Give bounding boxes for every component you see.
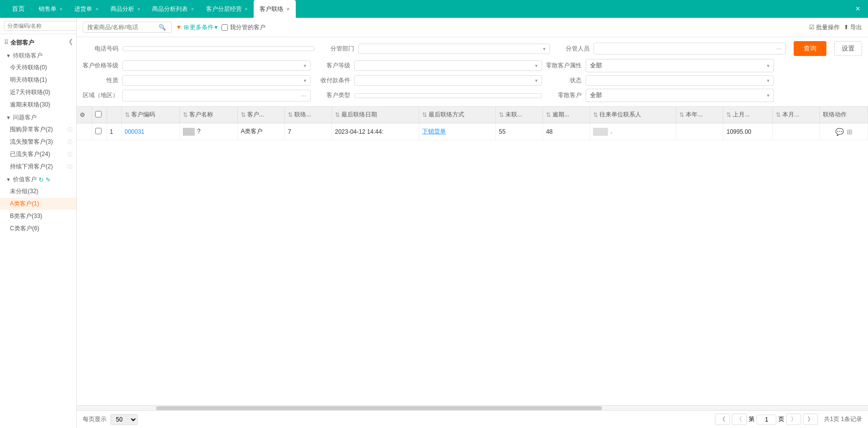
last-method-link[interactable]: 下销货单 xyxy=(422,128,446,135)
row-last-date: 2023-04-12 14:44: xyxy=(331,123,419,140)
close-purchase-tab[interactable]: × xyxy=(95,6,98,12)
row-last-method[interactable]: 下销货单 xyxy=(419,123,495,140)
col-type-sort-icon: ⇅ xyxy=(241,111,246,118)
sidebar-item-tomorrow[interactable]: 明天待联络(1) xyxy=(0,74,76,86)
filter-dept-select[interactable]: ▾ xyxy=(358,44,550,54)
value-edit-icon[interactable]: ✎ xyxy=(46,176,51,183)
col-last-date[interactable]: ⇅ 最后联络日期 xyxy=(331,107,419,123)
batch-op-btn[interactable]: ☑ 批量操作 xyxy=(809,23,840,32)
filter-payment-select[interactable]: ▾ xyxy=(354,75,542,86)
filter-nature-select[interactable]: ▾ xyxy=(122,75,311,86)
my-customer-checkbox[interactable] xyxy=(221,24,228,31)
sidebar-item-overdue[interactable]: 逾期未联络(30) xyxy=(0,99,76,111)
filter-status-select[interactable]: ▾ xyxy=(586,75,774,86)
col-this-year[interactable]: ⇅ 本年... xyxy=(676,107,723,123)
nav-tab-customer-contact[interactable]: 客户联络 × xyxy=(254,0,295,18)
more-conditions-btn[interactable]: ▼ ⊞ 更多条件 ▾ xyxy=(176,23,217,32)
sidebar-search-input[interactable] xyxy=(4,21,77,31)
filter-status: 状态 ▾ xyxy=(546,75,774,86)
sidebar-item-hoarding[interactable]: 囤购异常客户(2) ⓘ xyxy=(0,123,76,136)
sidebar-item-churn-warning[interactable]: 流失预警客户(3) ⓘ xyxy=(0,136,76,148)
row-contact-count: 7 xyxy=(284,123,331,140)
export-btn[interactable]: ⬆ 导出 xyxy=(844,23,862,32)
col-last-month[interactable]: ⇅ 上月... xyxy=(723,107,773,123)
col-unit-contact[interactable]: ⇅ 往来单位联系人 xyxy=(590,107,676,123)
select-all-checkbox[interactable] xyxy=(95,111,102,117)
next-page-btn[interactable]: 〉 xyxy=(786,414,801,425)
filter-price-level-label: 客户价格等级 xyxy=(83,61,122,70)
sidebar-item-churned[interactable]: 已流失客户(24) ⓘ xyxy=(0,148,76,160)
sidebar-collapse-btn[interactable]: 《 xyxy=(65,38,72,47)
col-contact[interactable]: ⇅ 联络... xyxy=(284,107,331,123)
search-icon[interactable]: 🔍 xyxy=(159,24,166,31)
total-label: 共1页 1条记录 xyxy=(824,415,862,424)
filter-region-input[interactable]: ··· xyxy=(122,90,311,102)
price-arrow-icon: ▾ xyxy=(304,63,306,68)
nav-tab-customer-tier[interactable]: 客户分层经营 × xyxy=(200,0,254,18)
filter-retail-attr-select[interactable]: 全部 ▾ xyxy=(586,59,774,72)
nav-tab-purchase[interactable]: 进货单 × xyxy=(68,0,104,18)
nav-tab-sales[interactable]: 销售单 × xyxy=(33,0,68,18)
horizontal-scrollbar[interactable] xyxy=(77,405,868,410)
close-sales-tab[interactable]: × xyxy=(59,6,62,12)
nav-tab-analysis-list[interactable]: 商品分析列表 × xyxy=(146,0,200,18)
sidebar-group-pending[interactable]: ▼ 待联络客户 xyxy=(0,49,76,61)
sidebar-item-type-c[interactable]: C类客户(6) xyxy=(0,222,76,235)
sidebar-item-type-a[interactable]: A类客户(1) xyxy=(0,198,76,210)
col-overdue[interactable]: ⇅ 逾期... xyxy=(543,107,590,123)
nature-arrow-icon: ▾ xyxy=(304,78,306,83)
gear-icon[interactable]: ⚙ xyxy=(80,111,85,118)
sidebar-group-value[interactable]: ▼ 价值客户 ↻ ✎ xyxy=(0,173,76,185)
col-type[interactable]: ⇅ 客户... xyxy=(237,107,284,123)
close-customer-tier-tab[interactable]: × xyxy=(245,6,248,12)
filter-payment-label: 收付款条件 xyxy=(315,76,354,85)
filter-manager-input[interactable]: ··· xyxy=(594,43,786,54)
col-this-month[interactable]: ⇅ 本月... xyxy=(773,107,820,123)
row-code[interactable]: 000031 xyxy=(121,123,179,140)
sidebar-item-today[interactable]: 今天待联络(0) xyxy=(0,61,76,74)
close-all-tabs[interactable]: × xyxy=(852,4,864,13)
scrollbar-thumb[interactable] xyxy=(156,406,602,410)
col-name[interactable]: ⇅ 客户名称 xyxy=(179,107,237,123)
grid-icon[interactable]: ⊞ xyxy=(847,128,853,136)
customer-level-arrow-icon: ▾ xyxy=(535,63,538,68)
filter-dept: 分管部门 ▾ xyxy=(319,44,550,54)
prev-page-btn[interactable]: 〈 xyxy=(732,414,747,425)
close-customer-contact-tab[interactable]: × xyxy=(286,6,289,12)
col-no-contact[interactable]: ⇅ 未联... xyxy=(496,107,543,123)
filter-phone-input[interactable] xyxy=(122,46,315,51)
filter-customer-type-input[interactable] xyxy=(354,93,542,98)
first-page-btn[interactable]: 《 xyxy=(715,414,730,425)
my-customer-check[interactable]: 我分管的客户 xyxy=(221,23,266,32)
sidebar-item-declining[interactable]: 持续下滑客户(2) ⓘ xyxy=(0,160,76,173)
col-this-year-sort-icon: ⇅ xyxy=(679,111,684,118)
nav-home[interactable]: 首页 xyxy=(4,4,33,13)
filter-retail: 零散客户 全部 ▾ xyxy=(546,89,774,102)
col-action: 联络动作 xyxy=(820,107,868,123)
filter-price-level-select[interactable]: ▾ xyxy=(122,60,311,71)
col-last-method[interactable]: ⇅ 最后联络方式 xyxy=(419,107,495,123)
sidebar-item-type-b[interactable]: B类客户(33) xyxy=(0,210,76,222)
nav-tab-analysis[interactable]: 商品分析 × xyxy=(105,0,146,18)
filter-customer-level-select[interactable]: ▾ xyxy=(354,60,542,71)
page-number-input[interactable] xyxy=(757,415,776,425)
chat-icon[interactable]: 💬 xyxy=(835,128,844,136)
close-analysis-list-tab[interactable]: × xyxy=(191,6,194,12)
filter-icon: ⊞ xyxy=(184,24,189,31)
row-checkbox[interactable] xyxy=(95,128,102,134)
value-refresh-icon[interactable]: ↻ xyxy=(39,176,44,183)
col-code[interactable]: ⇅ 客户编码 xyxy=(121,107,179,123)
row-name[interactable]: ? xyxy=(179,123,237,140)
settings-button[interactable]: 设置 xyxy=(834,41,862,56)
query-button[interactable]: 查询 xyxy=(794,41,826,56)
filter-retail-attr: 零散客户属性 全部 ▾ xyxy=(546,59,774,72)
search-input[interactable] xyxy=(87,24,157,31)
close-analysis-tab[interactable]: × xyxy=(137,6,140,12)
page-size-select[interactable]: 50 10 20 100 xyxy=(110,414,138,425)
filter-retail-select[interactable]: 全部 ▾ xyxy=(586,89,774,102)
sidebar-item-7days[interactable]: 近7天待联络(0) xyxy=(0,86,76,99)
sidebar-item-ungrouped[interactable]: 未分组(32) xyxy=(0,185,76,198)
right-actions: ☑ 批量操作 ⬆ 导出 xyxy=(809,23,862,32)
last-page-btn[interactable]: 》 xyxy=(803,414,818,425)
sidebar-group-problem[interactable]: ▼ 问题客户 xyxy=(0,111,76,123)
